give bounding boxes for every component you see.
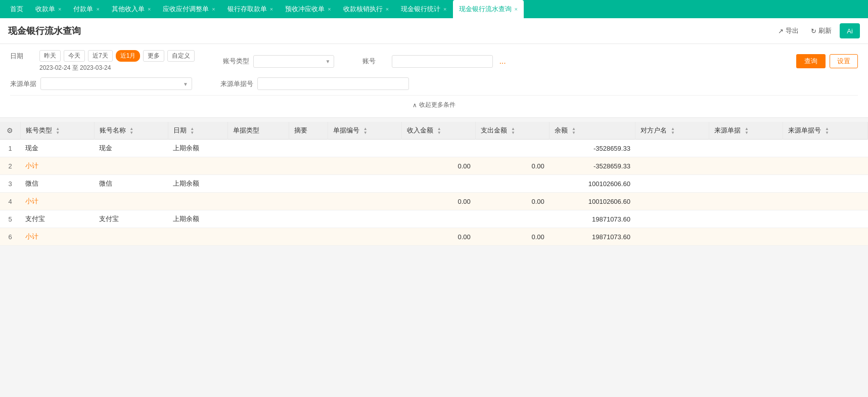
- account-filter: 账号 ...: [362, 55, 508, 68]
- td-summary: [289, 157, 328, 175]
- date-today[interactable]: 今天: [64, 50, 85, 62]
- ai-button[interactable]: Ai: [840, 23, 860, 38]
- close-icon[interactable]: ×: [443, 6, 446, 12]
- collapse-button[interactable]: ∧ 收起更多条件: [413, 99, 455, 111]
- nav-receipt[interactable]: 收款单 ×: [29, 0, 67, 18]
- account-dots-button[interactable]: ...: [497, 57, 508, 66]
- refresh-button[interactable]: ↻ 刷新: [807, 24, 836, 37]
- td-source-doc: [709, 175, 783, 193]
- th-doc-no[interactable]: 单据编号 ▲▼: [328, 122, 402, 140]
- th-account-type[interactable]: 账号类型 ▲▼: [20, 122, 94, 140]
- nav-bank-stats[interactable]: 现金银行统计 ×: [395, 0, 452, 18]
- source-doc-no-input[interactable]: [257, 77, 409, 90]
- nav-other-income[interactable]: 其他收入单 ×: [106, 0, 157, 18]
- td-date: 上期余额: [168, 140, 228, 157]
- page-header: 现金银行流水查询 ↗ 导出 ↻ 刷新 Ai: [0, 18, 868, 44]
- close-icon[interactable]: ×: [515, 6, 518, 12]
- td-income: 0.00: [402, 228, 476, 246]
- gear-icon[interactable]: ⚙: [7, 126, 13, 135]
- close-icon[interactable]: ×: [386, 6, 389, 12]
- source-doc-select[interactable]: [40, 77, 192, 90]
- td-source-doc-no: [783, 210, 868, 228]
- account-type-select[interactable]: [253, 55, 334, 68]
- td-row-index: 5: [0, 210, 20, 228]
- export-button[interactable]: ↗ 导出: [774, 24, 803, 37]
- sort-icon: ▲▼: [129, 127, 133, 135]
- date-7days[interactable]: 近7天: [88, 50, 113, 62]
- th-expense[interactable]: 支出金额 ▲▼: [476, 122, 550, 140]
- td-row-index: 6: [0, 228, 20, 246]
- td-date: 上期余额: [168, 175, 228, 193]
- nav-payment[interactable]: 付款单 ×: [67, 0, 105, 18]
- date-yesterday[interactable]: 昨天: [39, 50, 61, 62]
- th-income[interactable]: 收入金额 ▲▼: [402, 122, 476, 140]
- th-date[interactable]: 日期 ▲▼: [168, 122, 228, 140]
- date-more[interactable]: 更多: [143, 50, 164, 62]
- td-expense: 0.00: [476, 228, 550, 246]
- td-date: [168, 157, 228, 175]
- settings-button[interactable]: 设置: [830, 54, 858, 68]
- th-counterpart[interactable]: 对方户名 ▲▼: [635, 122, 709, 140]
- query-button[interactable]: 查询: [796, 54, 826, 68]
- th-balance[interactable]: 余额 ▲▼: [550, 122, 635, 140]
- td-expense: [476, 175, 550, 193]
- date-1month[interactable]: 近1月: [116, 50, 141, 62]
- filter-area: 日期 昨天 今天 近7天 近1月 更多 自定义 2023-02-24 至 202…: [0, 44, 868, 118]
- nav-home[interactable]: 首页: [4, 0, 29, 18]
- close-icon[interactable]: ×: [270, 6, 273, 12]
- td-date: [168, 228, 228, 246]
- td-expense: 0.00: [476, 157, 550, 175]
- td-balance: 19871073.60: [550, 210, 635, 228]
- td-balance: -3528659.33: [550, 157, 635, 175]
- account-input[interactable]: [392, 55, 493, 68]
- td-doc-type: [228, 175, 289, 193]
- td-source-doc-no: [783, 157, 868, 175]
- th-summary[interactable]: 摘要: [289, 122, 328, 140]
- table-body: 1现金现金上期余额-3528659.332小计0.000.00-3528659.…: [0, 140, 868, 246]
- td-account-type: 小计: [20, 193, 94, 210]
- td-row-index: 1: [0, 140, 20, 157]
- th-source-doc-no[interactable]: 来源单据号 ▲▼: [783, 122, 868, 140]
- action-buttons: 查询 设置: [796, 54, 858, 68]
- account-type-filter: 账号类型: [223, 55, 334, 68]
- td-summary: [289, 140, 328, 157]
- td-source-doc: [709, 210, 783, 228]
- td-doc-type: [228, 210, 289, 228]
- sort-icon: ▲▼: [190, 127, 194, 135]
- td-counterpart: [635, 193, 709, 210]
- close-icon[interactable]: ×: [328, 6, 331, 12]
- nav-adjustment[interactable]: 应收应付调整单 ×: [157, 0, 221, 18]
- td-income: [402, 175, 476, 193]
- source-doc-filter: 来源单据: [10, 77, 192, 90]
- td-income: 0.00: [402, 193, 476, 210]
- td-doc-type: [228, 140, 289, 157]
- collapse-area: ∧ 收起更多条件: [10, 95, 858, 111]
- th-settings[interactable]: ⚙: [0, 122, 20, 140]
- close-icon[interactable]: ×: [96, 6, 99, 12]
- source-doc-select-wrapper: [40, 77, 192, 90]
- close-icon[interactable]: ×: [212, 6, 215, 12]
- table-row: 5支付宝支付宝上期余额19871073.60: [0, 210, 868, 228]
- th-account-name[interactable]: 账号名称 ▲▼: [94, 122, 168, 140]
- export-icon: ↗: [778, 27, 784, 35]
- td-doc-type: [228, 228, 289, 246]
- source-doc-no-filter: 来源单据号: [220, 77, 409, 90]
- date-custom[interactable]: 自定义: [167, 50, 195, 62]
- td-doc-no: [328, 193, 402, 210]
- sort-icon: ▲▼: [671, 127, 675, 135]
- td-source-doc: [709, 140, 783, 157]
- th-doc-type[interactable]: 单据类型: [228, 122, 289, 140]
- date-filter: 日期 昨天 今天 近7天 近1月 更多 自定义 2023-02-24 至 202…: [10, 50, 195, 72]
- td-summary: [289, 193, 328, 210]
- close-icon[interactable]: ×: [148, 6, 151, 12]
- nav-prepay[interactable]: 预收冲应收单 ×: [279, 0, 337, 18]
- td-doc-type: [228, 157, 289, 175]
- nav-bank-flow[interactable]: 现金银行流水查询 ×: [453, 0, 524, 18]
- nav-verify[interactable]: 收款核销执行 ×: [337, 0, 395, 18]
- table-header-row: ⚙ 账号类型 ▲▼ 账号名称 ▲▼ 日期 ▲▼ 单据类型 摘: [0, 122, 868, 140]
- close-icon[interactable]: ×: [58, 6, 61, 12]
- header-actions: ↗ 导出 ↻ 刷新 Ai: [774, 23, 860, 38]
- th-source-doc[interactable]: 来源单据 ▲▼: [709, 122, 783, 140]
- sort-icon: ▲▼: [56, 127, 60, 135]
- nav-bank-deposit[interactable]: 银行存取款单 ×: [221, 0, 279, 18]
